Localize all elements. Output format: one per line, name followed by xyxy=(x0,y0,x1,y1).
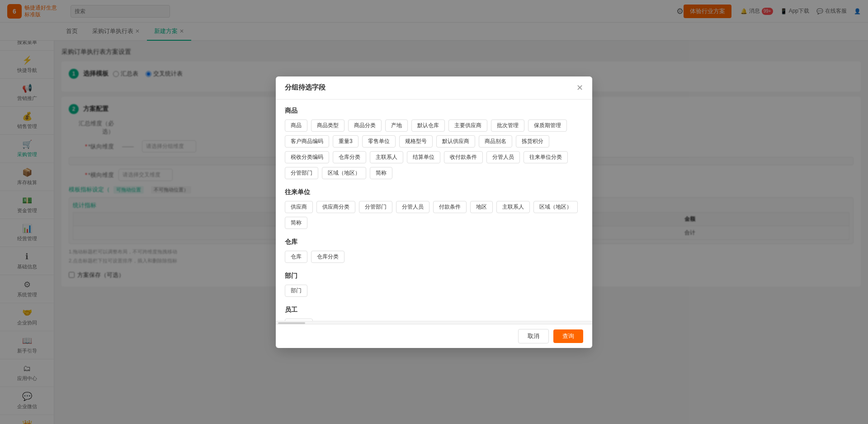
modal-header: 分组待选字段 ✕ xyxy=(276,76,592,100)
field-tag-goods[interactable]: 商品 xyxy=(285,119,307,132)
section-goods-tags: 商品 商品类型 商品分类 产地 默认仓库 主要供应商 批次管理 保质期管理 客户… xyxy=(285,119,583,179)
modal-cancel-button[interactable]: 取消 xyxy=(518,329,549,343)
field-tag-partner-region[interactable]: 区域（地区） xyxy=(533,201,578,213)
section-employee: 员工 业务员 xyxy=(285,306,583,321)
section-warehouse-tags: 仓库 仓库分类 xyxy=(285,251,583,263)
field-tag-dept[interactable]: 分管部门 xyxy=(285,167,318,179)
section-department-title: 部门 xyxy=(285,272,583,280)
field-tag-main-supplier[interactable]: 主要供应商 xyxy=(448,119,487,132)
section-warehouse: 仓库 仓库 仓库分类 xyxy=(285,238,583,263)
field-tag-region[interactable]: 区域（地区） xyxy=(322,167,366,179)
section-department-tags: 部门 xyxy=(285,285,583,297)
section-partner: 往来单位 供应商 供应商分类 分管部门 分管人员 付款条件 地区 主联系人 区域… xyxy=(285,188,583,229)
field-tag-supplier-cat[interactable]: 供应商分类 xyxy=(316,201,355,213)
modal-horizontal-scrollbar[interactable] xyxy=(276,321,592,324)
field-tag-warehouse[interactable]: 仓库 xyxy=(285,251,307,263)
section-partner-tags: 供应商 供应商分类 分管部门 分管人员 付款条件 地区 主联系人 区域（地区） … xyxy=(285,201,583,229)
field-tag-payment-condition[interactable]: 付款条件 xyxy=(433,201,467,213)
section-department: 部门 部门 xyxy=(285,272,583,297)
field-tag-supplier[interactable]: 供应商 xyxy=(285,201,313,213)
field-tag-area[interactable]: 地区 xyxy=(470,201,493,213)
field-tag-warehouse-category[interactable]: 仓库分类 xyxy=(311,251,344,263)
field-tag-goods-alias[interactable]: 商品别名 xyxy=(479,135,512,148)
field-tag-warehouse-cat[interactable]: 仓库分类 xyxy=(333,151,366,163)
section-goods: 商品 商品 商品类型 商品分类 产地 默认仓库 主要供应商 批次管理 保质期管理… xyxy=(285,107,583,179)
modal-hscroll-thumb xyxy=(278,322,305,324)
field-tag-goods-category[interactable]: 商品分类 xyxy=(348,119,382,132)
field-tag-default-supplier[interactable]: 默认供应商 xyxy=(436,135,475,148)
field-tag-short-name[interactable]: 简称 xyxy=(370,167,392,179)
field-tag-partner-dept[interactable]: 分管部门 xyxy=(359,201,392,213)
field-tag-partner-supervisor[interactable]: 分管人员 xyxy=(396,201,429,213)
modal-overlay: 分组待选字段 ✕ 商品 商品 商品类型 商品分类 产地 默认仓库 主要供应商 批… xyxy=(0,0,868,424)
section-partner-title: 往来单位 xyxy=(285,188,583,196)
field-tag-payment-terms[interactable]: 收付款条件 xyxy=(444,151,483,163)
field-tag-batch-mgmt[interactable]: 批次管理 xyxy=(491,119,524,132)
field-tag-goods-type[interactable]: 商品类型 xyxy=(311,119,344,132)
field-tag-tax-code[interactable]: 税收分类编码 xyxy=(285,151,329,163)
field-tag-spec-model[interactable]: 规格型号 xyxy=(399,135,433,148)
field-tag-main-contact[interactable]: 主联系人 xyxy=(370,151,403,163)
field-tag-customer-code[interactable]: 客户商品编码 xyxy=(285,135,329,148)
modal-body: 商品 商品 商品类型 商品分类 产地 默认仓库 主要供应商 批次管理 保质期管理… xyxy=(276,100,592,321)
field-tag-quality-mgmt[interactable]: 保质期管理 xyxy=(528,119,567,132)
field-tag-default-warehouse[interactable]: 默认仓库 xyxy=(411,119,445,132)
field-tag-settlement-unit[interactable]: 结算单位 xyxy=(407,151,440,163)
section-employee-title: 员工 xyxy=(285,306,583,314)
section-warehouse-title: 仓库 xyxy=(285,238,583,246)
field-tag-weight3[interactable]: 重量3 xyxy=(333,135,359,148)
field-tag-partner-cat[interactable]: 往来单位分类 xyxy=(524,151,568,163)
field-tag-retail-unit[interactable]: 零售单位 xyxy=(362,135,396,148)
modal-close-button[interactable]: ✕ xyxy=(576,83,583,93)
field-select-modal: 分组待选字段 ✕ 商品 商品 商品类型 商品分类 产地 默认仓库 主要供应商 批… xyxy=(276,76,592,348)
field-tag-supervisor[interactable]: 分管人员 xyxy=(486,151,520,163)
field-tag-partner-short[interactable]: 简称 xyxy=(285,217,307,229)
modal-title: 分组待选字段 xyxy=(285,83,326,92)
modal-confirm-button[interactable]: 查询 xyxy=(553,329,583,343)
section-goods-title: 商品 xyxy=(285,107,583,115)
field-tag-origin[interactable]: 产地 xyxy=(385,119,408,132)
field-tag-pick-points[interactable]: 拣货积分 xyxy=(516,135,549,148)
field-tag-department[interactable]: 部门 xyxy=(285,285,307,297)
field-tag-partner-contact[interactable]: 主联系人 xyxy=(496,201,530,213)
modal-footer: 取消 查询 xyxy=(276,324,592,348)
